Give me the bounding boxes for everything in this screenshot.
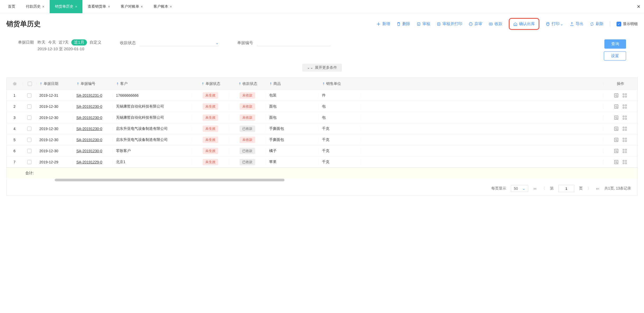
- prev-page-icon[interactable]: 〈: [542, 186, 545, 191]
- doc-status-badge: 未生效: [203, 92, 218, 99]
- close-icon[interactable]: ×: [141, 4, 143, 9]
- row-code-link[interactable]: SA-20191230-0: [76, 138, 102, 142]
- page-suffix: 页: [579, 186, 583, 191]
- audit-button[interactable]: 审核: [417, 21, 430, 26]
- page-input[interactable]: [558, 185, 574, 192]
- col-unit[interactable]: ▲▼销售单位: [319, 81, 362, 86]
- close-icon[interactable]: ×: [75, 4, 77, 9]
- first-page-icon[interactable]: ⏮: [533, 186, 537, 191]
- tab-view-sales[interactable]: 查看销货单×: [82, 0, 115, 13]
- row-code-link[interactable]: SA-20191230-0: [76, 104, 102, 109]
- pay-status-badge: 已收款: [240, 159, 255, 165]
- more-icon[interactable]: [622, 115, 627, 120]
- page-size-select[interactable]: 50⌄: [511, 185, 528, 192]
- confirm-out-button[interactable]: 确认出库: [509, 18, 539, 30]
- view-icon[interactable]: [614, 93, 619, 98]
- svg-rect-26: [623, 127, 624, 128]
- audit-print-button[interactable]: 审核并打印: [437, 21, 462, 26]
- range-custom[interactable]: 自定义: [90, 40, 101, 45]
- print-button[interactable]: 打印⌄: [546, 21, 563, 26]
- export-button[interactable]: 导出: [570, 21, 584, 26]
- view-icon[interactable]: [614, 104, 619, 109]
- row-code-link[interactable]: SA-20191231-0: [76, 93, 102, 98]
- row-checkbox[interactable]: [27, 149, 31, 153]
- col-product[interactable]: ▲▼商品: [267, 81, 319, 86]
- code-input[interactable]: [257, 39, 331, 46]
- receive-icon: [489, 22, 493, 26]
- view-icon[interactable]: [614, 137, 619, 142]
- expand-filters-button[interactable]: ⌄⌄展开更多条件: [302, 64, 342, 72]
- col-pay-status[interactable]: ▲▼收款状态: [230, 81, 267, 86]
- view-icon[interactable]: [614, 126, 619, 131]
- more-icon[interactable]: [622, 137, 627, 142]
- col-customer[interactable]: ▲▼客户: [113, 81, 193, 86]
- row-checkbox[interactable]: [27, 93, 31, 98]
- svg-rect-3: [489, 23, 492, 25]
- show-detail-toggle[interactable]: ✓显示明细: [617, 22, 638, 26]
- doc-status-badge: 未生效: [203, 159, 218, 165]
- next-page-icon[interactable]: 〉: [587, 186, 591, 191]
- table-row: 42019-12-30SA-20191230-0启东升亚电气设备制造有限公司未生…: [7, 123, 637, 134]
- setting-button[interactable]: 设置: [604, 51, 626, 61]
- add-button[interactable]: 新增: [376, 21, 390, 26]
- row-code-link[interactable]: SA-20191229-0: [76, 160, 102, 164]
- range-yesterday[interactable]: 昨天: [38, 40, 45, 45]
- query-button[interactable]: 查询: [604, 39, 626, 49]
- row-checkbox[interactable]: [27, 138, 31, 142]
- col-date[interactable]: ▲▼单据日期: [37, 81, 74, 86]
- col-code[interactable]: ▲▼单据编号: [74, 81, 113, 86]
- refresh-button[interactable]: 刷新: [590, 21, 604, 26]
- col-doc-status[interactable]: ▲▼单据状态: [193, 81, 230, 86]
- more-icon[interactable]: [622, 126, 627, 131]
- row-checkbox[interactable]: [27, 116, 31, 120]
- row-checkbox[interactable]: [27, 160, 31, 164]
- row-index: 1: [7, 93, 22, 98]
- svg-rect-1: [437, 23, 440, 25]
- row-checkbox[interactable]: [27, 127, 31, 131]
- close-icon[interactable]: ×: [42, 4, 44, 9]
- close-icon[interactable]: ×: [170, 4, 172, 9]
- row-code-link[interactable]: SA-20191230-0: [76, 116, 102, 120]
- view-icon[interactable]: [614, 115, 619, 120]
- sort-icon: ▲▼: [239, 82, 241, 86]
- more-icon[interactable]: [622, 104, 627, 109]
- view-icon[interactable]: [614, 160, 619, 164]
- range-today[interactable]: 今天: [48, 40, 56, 45]
- row-date: 2019-12-31: [36, 93, 73, 98]
- range-1m[interactable]: 近1月: [71, 39, 87, 45]
- unaudit-button[interactable]: 弃审: [469, 21, 482, 26]
- more-icon[interactable]: [622, 93, 627, 98]
- tab-payment-history[interactable]: 付款历史×: [21, 0, 50, 13]
- tab-home[interactable]: 首页: [3, 0, 21, 13]
- svg-rect-21: [625, 116, 627, 117]
- row-product: 面包: [266, 115, 319, 120]
- delete-button[interactable]: 删除: [396, 21, 410, 26]
- row-code-link[interactable]: SA-20191230-0: [76, 127, 102, 131]
- svg-rect-42: [614, 160, 618, 164]
- horizontal-scrollbar[interactable]: [7, 178, 637, 182]
- table-row: 32019-12-30SA-20191230-0无锡康哲自动化科技有限公司未生效…: [7, 112, 637, 123]
- tab-customer-book[interactable]: 客户账本×: [148, 0, 177, 13]
- pay-status-select[interactable]: ⌄: [139, 39, 219, 46]
- more-icon[interactable]: [622, 149, 627, 153]
- row-checkbox[interactable]: [27, 104, 31, 109]
- range-7d[interactable]: 近7天: [59, 40, 69, 45]
- pay-status-label: 收款状态: [120, 40, 136, 45]
- close-all-icon[interactable]: ×: [637, 3, 640, 10]
- doc-status-badge: 未生效: [203, 114, 218, 121]
- row-code-link[interactable]: SA-20191230-0: [76, 149, 102, 153]
- tab-sales-history[interactable]: 销货单历史×: [50, 0, 82, 13]
- tab-customer-statement[interactable]: 客户对账单×: [115, 0, 148, 13]
- row-unit: 千克: [319, 149, 361, 153]
- more-icon[interactable]: [622, 160, 627, 164]
- print-icon: [546, 22, 550, 26]
- close-icon[interactable]: ×: [108, 4, 110, 9]
- trash-icon: [396, 22, 401, 26]
- receive-button[interactable]: 收款: [489, 21, 502, 26]
- gear-icon[interactable]: [13, 82, 17, 86]
- per-page-label: 每页显示: [491, 186, 506, 191]
- last-page-icon[interactable]: ⏭: [596, 186, 600, 191]
- select-all-checkbox[interactable]: [28, 82, 32, 86]
- svg-point-43: [615, 161, 617, 163]
- view-icon[interactable]: [614, 149, 619, 153]
